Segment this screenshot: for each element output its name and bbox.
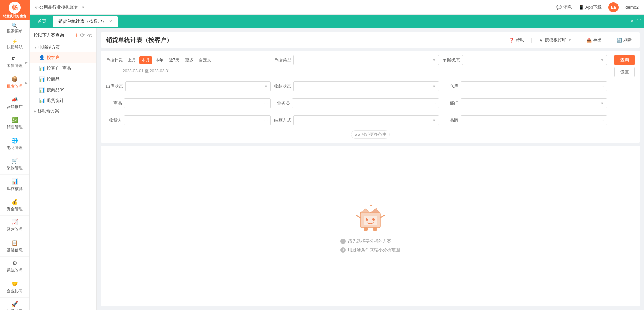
ecommerce-icon: 🌐 bbox=[11, 137, 18, 144]
filter-area: 单据日期 上月本月本年近7天更多自定义 单据类型 ▼ bbox=[101, 51, 640, 143]
print-dropdown-icon[interactable]: ▼ bbox=[568, 38, 572, 42]
sidebar-item-inventory[interactable]: 📊 库存核算 bbox=[0, 175, 29, 195]
scheme-panel-title: 按以下方案查询 bbox=[34, 32, 64, 38]
query-button[interactable]: 查询 bbox=[614, 55, 635, 65]
doc-status-control[interactable]: ▼ bbox=[462, 55, 607, 65]
tab-home[interactable]: 首页 bbox=[32, 16, 52, 27]
doc-status-label: 单据状态 bbox=[442, 57, 460, 63]
date-tab-last-7[interactable]: 近7天 bbox=[167, 56, 182, 64]
by-customer-tree-icon: 👤 bbox=[39, 55, 45, 60]
settlement-field: 结算方式 ▼ bbox=[274, 115, 439, 125]
date-tab-more[interactable]: 更多 bbox=[183, 56, 196, 64]
svg-line-7 bbox=[380, 215, 384, 218]
tree-item-return-stat[interactable]: 📊 退货统计 bbox=[30, 95, 96, 106]
svg-point-5 bbox=[374, 218, 375, 219]
sidebar-item-purchase[interactable]: 🛒 采购管理 bbox=[0, 154, 29, 175]
sidebar-item-operation[interactable]: 📈 经营管理 bbox=[0, 216, 29, 236]
date-tab-this-month[interactable]: 本月 bbox=[139, 56, 152, 64]
user-name: demo2 bbox=[625, 5, 639, 10]
goods-control[interactable]: ··· bbox=[124, 98, 271, 108]
goods-field: 商品 ··· bbox=[106, 98, 271, 108]
sidebar-item-ecommerce[interactable]: 🌐 电商管理 bbox=[0, 134, 29, 154]
sidebar-item-finance[interactable]: 💰 资金管理 bbox=[0, 195, 29, 216]
collapse-button[interactable]: ∧∧ 收起更多条件 bbox=[351, 130, 390, 139]
search-menu[interactable]: 🔍 搜索菜单 bbox=[0, 20, 29, 37]
quick-nav[interactable]: ⚡ 快捷导航 bbox=[0, 37, 29, 52]
sidebar-item-newbie[interactable]: 🚀 新手引导 bbox=[0, 298, 29, 310]
export-btn[interactable]: 📤 导出 bbox=[584, 36, 604, 44]
sidebar-item-coop[interactable]: 🤝 企业协同 bbox=[0, 277, 29, 298]
sidebar-item-label-wholesale: 批发管理 bbox=[7, 84, 23, 89]
sidebar-menu: 🛍 零售管理 ▶ 📦 批发管理 ▶ 📣 营销推广 💹 销售管理 🌐 电商管理 🛒… bbox=[0, 52, 29, 310]
tree-group-header-mobile[interactable]: ▶ 移动端方案 bbox=[30, 106, 96, 116]
sidebar-item-label-retail: 零售管理 bbox=[7, 63, 23, 69]
brand-field: 品牌 ··· bbox=[442, 115, 607, 125]
settlement-control[interactable]: ▼ bbox=[293, 115, 439, 125]
sidebar-item-sales[interactable]: 💹 销售管理 bbox=[0, 113, 29, 134]
salesperson-control[interactable]: ··· bbox=[292, 98, 439, 108]
tree-item-by-customer-goods[interactable]: 📊 按客户+商品 bbox=[30, 63, 96, 74]
settings-button[interactable]: 设置 bbox=[614, 67, 635, 77]
brand-control[interactable]: ··· bbox=[461, 115, 607, 125]
help-btn[interactable]: ❓ 帮助 bbox=[506, 36, 527, 44]
tree-group-header-desktop[interactable]: ▼ 电脑端方案 bbox=[30, 42, 96, 52]
sidebar-item-retail[interactable]: 🛍 零售管理 ▶ bbox=[0, 52, 29, 72]
main-content: 办公用品行业模拟账套 ▼ 💬 消息 📱 App下载 Ea demo2 首页 销货… bbox=[30, 0, 644, 310]
filter-fields: 单据日期 上月本月本年近7天更多自定义 单据类型 ▼ bbox=[106, 55, 607, 129]
sidebar-item-marketing[interactable]: 📣 营销推广 bbox=[0, 93, 29, 113]
sidebar-item-basic[interactable]: 📋 基础信息 bbox=[0, 236, 29, 257]
date-tab-last-month[interactable]: 上月 bbox=[125, 56, 138, 64]
filter-action-buttons: 查询 设置 bbox=[610, 55, 635, 77]
right-panel: 销货单统计表（按客户） ❓ 帮助 | 🖨 按模板打印 ▼ | 📤 bbox=[97, 28, 644, 310]
wholesale-icon: 📦 bbox=[11, 76, 18, 82]
warehouse-control[interactable]: ··· bbox=[461, 81, 607, 91]
avatar[interactable]: Ea bbox=[608, 2, 619, 12]
scheme-collapse-icon[interactable]: ≪ bbox=[87, 32, 92, 38]
company-dropdown-icon[interactable]: ▼ bbox=[81, 5, 85, 9]
svg-rect-1 bbox=[364, 216, 377, 225]
return-stat-tree-icon: 📊 bbox=[39, 98, 45, 103]
scheme-refresh-icon[interactable]: ⟳ bbox=[80, 32, 85, 38]
salesperson-dots: ··· bbox=[432, 101, 436, 106]
app-download-btn[interactable]: 📱 App下载 bbox=[579, 4, 602, 10]
wholesale-arrow-icon: ▶ bbox=[25, 81, 28, 85]
sidebar-item-label-purchase: 采购管理 bbox=[7, 165, 23, 171]
page-actions: ❓ 帮助 | 🖨 按模板打印 ▼ | 📤 导出 | bbox=[506, 36, 635, 44]
newbie-icon: 🚀 bbox=[11, 301, 18, 307]
date-range-value: 2023-03-01 至 2023-03-31 bbox=[123, 68, 170, 74]
scheme-add-btn[interactable]: + bbox=[74, 32, 78, 39]
sidebar-item-wholesale[interactable]: 📦 批发管理 ▶ bbox=[0, 72, 29, 93]
close-tab-icon[interactable]: ✕ bbox=[109, 19, 112, 24]
receipt-status-control[interactable]: ▼ bbox=[293, 81, 439, 91]
brand-dots: ··· bbox=[600, 118, 604, 123]
department-field: 部门 ▼ bbox=[442, 98, 607, 108]
sidebar-item-label-sales: 销售管理 bbox=[7, 124, 23, 130]
sidebar-item-system[interactable]: ⚙ 系统管理 bbox=[0, 257, 29, 277]
by-goods-tree-icon: 📊 bbox=[39, 76, 45, 82]
tree-item-by-goods[interactable]: 📊 按商品 bbox=[30, 74, 96, 85]
marketing-icon: 📣 bbox=[11, 96, 18, 103]
date-filter-field: 单据日期 上月本月本年近7天更多自定义 bbox=[106, 56, 271, 64]
goods-dots: ··· bbox=[264, 101, 268, 106]
maximize-icon[interactable]: ⛶ bbox=[637, 19, 641, 24]
app-subtitle: 销量统计好生意 bbox=[3, 14, 26, 18]
doc-type-label: 单据类型 bbox=[274, 57, 291, 63]
table-area: ✦ ✦ ① 请先选择要分析的方案 ② 用过滤条件来缩小分析范围 bbox=[101, 146, 640, 306]
doc-type-control[interactable]: ▼ bbox=[293, 55, 439, 65]
date-tab-this-year[interactable]: 本年 bbox=[153, 56, 166, 64]
recipient-field: 收货人 ··· bbox=[106, 115, 271, 125]
date-tab-custom[interactable]: 自定义 bbox=[197, 56, 213, 64]
close-window-icon[interactable]: ✕ bbox=[630, 19, 634, 24]
print-icon: 🖨 bbox=[539, 38, 543, 43]
refresh-btn[interactable]: 🔄 刷新 bbox=[614, 36, 635, 44]
empty-illustration: ✦ ✦ bbox=[354, 199, 387, 233]
out-status-control[interactable]: ▼ bbox=[125, 81, 271, 91]
tree-item-by-goods99[interactable]: 📊 按商品99 bbox=[30, 85, 96, 95]
recipient-control[interactable]: ··· bbox=[124, 115, 271, 125]
receipt-status-chevron: ▼ bbox=[432, 84, 436, 88]
messages-btn[interactable]: 💬 消息 bbox=[556, 4, 572, 10]
print-btn[interactable]: 🖨 按模板打印 ▼ bbox=[536, 36, 574, 44]
tree-item-by-customer[interactable]: 👤 按客户 bbox=[30, 52, 96, 63]
tab-sales-stat[interactable]: 销货单统计表（按客户） ✕ bbox=[53, 16, 118, 27]
department-control[interactable]: ▼ bbox=[461, 98, 607, 108]
